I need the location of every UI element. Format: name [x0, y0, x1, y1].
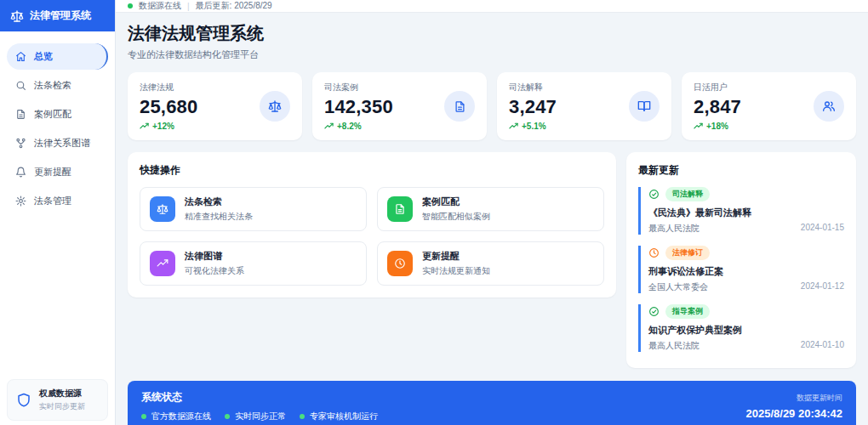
document-icon: [387, 196, 413, 222]
quick-action-case-match[interactable]: 案例匹配 智能匹配相似案例: [377, 187, 604, 231]
topbar-separator: |: [187, 2, 190, 11]
sidebar-item-label: 更新提醒: [34, 166, 71, 178]
clock-icon: [387, 251, 413, 276]
update-source: 最高人民法院: [648, 223, 700, 235]
scale-icon: [150, 196, 175, 222]
update-item[interactable]: 司法解释 《民法典》最新司法解释 最高人民法院 2024-01-15: [638, 187, 844, 235]
search-icon: [15, 80, 26, 91]
check-circle-icon: [648, 189, 660, 200]
stat-card-daily-users: 日活用户 2,847 +18%: [682, 72, 856, 140]
trend-up-icon: [509, 122, 518, 131]
home-icon: [15, 51, 26, 62]
document-icon: [444, 91, 475, 122]
data-source-title: 权威数据源: [39, 388, 85, 400]
trend-icon: [150, 251, 175, 276]
sidebar-item-label: 总览: [34, 50, 53, 63]
stat-card-laws: 法律法规 25,680 +12%: [128, 72, 302, 140]
quick-actions-title: 快捷操作: [140, 163, 604, 178]
data-source-subtitle: 实时同步更新: [39, 401, 85, 412]
sidebar-item-case-match[interactable]: 案例匹配: [7, 101, 108, 128]
graph-icon: [15, 138, 26, 149]
latest-updates-title: 最新更新: [638, 163, 844, 178]
quick-action-desc: 可视化法律关系: [185, 265, 244, 277]
quick-action-law-search[interactable]: 法条检索 精准查找相关法条: [140, 187, 367, 231]
update-date: 2024-01-15: [801, 223, 844, 235]
check-circle-icon: [648, 306, 660, 317]
content: 法律法规管理系统 专业的法律数据结构化管理平台 法律法规 25,680 +12%…: [116, 13, 868, 425]
trend-up-icon: [694, 122, 703, 131]
quick-action-title: 法条检索: [185, 196, 253, 208]
status-dot: [300, 414, 305, 419]
status-dot: [141, 414, 146, 419]
sidebar-item-law-admin[interactable]: 法条管理: [7, 188, 108, 214]
stat-trend: +8.2%: [324, 122, 475, 131]
trend-up-icon: [140, 122, 149, 131]
sidebar-item-label: 案例匹配: [34, 108, 71, 121]
shield-icon: [16, 393, 31, 408]
update-title: 刑事诉讼法修正案: [648, 265, 844, 278]
data-update-label: 数据更新时间: [746, 393, 842, 404]
stat-trend: +5.1%: [509, 122, 660, 131]
stat-card-interpretations: 司法解释 3,247 +5.1%: [497, 72, 671, 140]
quick-action-title: 更新提醒: [422, 250, 490, 263]
quick-actions-panel: 快捷操作 法条检索 精准查找相关法条: [128, 152, 616, 298]
sidebar-item-law-search[interactable]: 法条检索: [7, 72, 108, 99]
update-title: 《民法典》最新司法解释: [648, 207, 844, 219]
update-date: 2024-01-12: [801, 281, 844, 293]
stat-card-cases: 司法案例 142,350 +8.2%: [312, 72, 487, 140]
update-badge: 指导案例: [665, 304, 710, 319]
main-area: 数据源在线 | 最后更新: 2025/8/29 法律法规管理系统 专业的法律数据…: [116, 0, 868, 425]
page-subtitle: 专业的法律数据结构化管理平台: [128, 48, 856, 61]
trend-up-icon: [324, 122, 334, 131]
topbar: 数据源在线 | 最后更新: 2025/8/29: [116, 0, 868, 13]
sidebar-item-relation-graph[interactable]: 法律关系图谱: [7, 130, 108, 156]
sidebar-item-update-alerts[interactable]: 更新提醒: [7, 159, 108, 185]
bell-icon: [15, 167, 26, 178]
update-date: 2024-01-10: [801, 340, 844, 352]
scale-icon: [10, 9, 24, 23]
stats-row: 法律法规 25,680 +12% 司法案例 142,350 +8.2%: [128, 72, 856, 140]
page-title: 法律法规管理系统: [128, 22, 856, 45]
sidebar: 法律管理系统 总览 法条检索 案例匹配 法律关系图谱: [0, 0, 116, 425]
scale-icon: [260, 91, 290, 122]
document-icon: [15, 109, 26, 120]
clock-icon: [648, 247, 660, 258]
update-source: 全国人大常委会: [648, 281, 708, 293]
stat-trend: +12%: [140, 122, 290, 131]
app-title: 法律管理系统: [30, 8, 91, 23]
online-status-text: 数据源在线: [139, 0, 181, 12]
quick-action-title: 案例匹配: [422, 196, 490, 208]
sidebar-item-label: 法律关系图谱: [34, 137, 90, 150]
quick-action-desc: 精准查找相关法条: [185, 211, 253, 223]
status-item: 专家审核机制运行: [300, 411, 378, 422]
update-badge: 法律修订: [665, 246, 710, 260]
sidebar-item-label: 法条管理: [34, 195, 71, 207]
middle-row: 快捷操作 法条检索 精准查找相关法条: [128, 152, 856, 368]
data-update-time: 2025/8/29 20:34:42: [746, 407, 842, 420]
system-status-title: 系统状态: [141, 390, 378, 405]
update-source: 最高人民法院: [648, 340, 700, 352]
app-logo: 法律管理系统: [0, 0, 115, 31]
update-title: 知识产权保护典型案例: [648, 324, 844, 337]
update-item[interactable]: 法律修订 刑事诉讼法修正案 全国人大常委会 2024-01-12: [638, 246, 844, 293]
status-item: 官方数据源在线: [141, 411, 211, 422]
stat-trend: +18%: [694, 122, 844, 131]
quick-action-law-graph[interactable]: 法律图谱 可视化法律关系: [140, 241, 367, 286]
latest-updates-panel: 最新更新 司法解释 《民法典》最新司法解释 最高人民法院 2024-01-15: [626, 152, 856, 368]
sidebar-nav: 总览 法条检索 案例匹配 法律关系图谱 更新提醒: [0, 31, 115, 217]
quick-action-desc: 实时法规更新通知: [422, 265, 490, 277]
quick-action-title: 法律图谱: [185, 250, 244, 263]
update-item[interactable]: 指导案例 知识产权保护典型案例 最高人民法院 2024-01-10: [638, 304, 844, 352]
system-status-bar: 系统状态 官方数据源在线 实时同步正常 专家审核机制运行: [128, 381, 856, 425]
last-update-text: 最后更新: 2025/8/29: [196, 0, 272, 12]
data-source-card: 权威数据源 实时同步更新: [7, 379, 108, 421]
book-icon: [629, 91, 660, 122]
quick-actions-grid: 法条检索 精准查找相关法条 案例匹配 智能匹配相似案例: [140, 187, 604, 286]
quick-action-update-alerts[interactable]: 更新提醒 实时法规更新通知: [377, 241, 604, 286]
sidebar-item-overview[interactable]: 总览: [7, 43, 108, 70]
status-item: 实时同步正常: [225, 411, 286, 422]
online-status-dot: [128, 3, 133, 8]
status-dot: [225, 414, 230, 419]
users-icon: [814, 91, 844, 122]
gear-icon: [15, 196, 26, 207]
